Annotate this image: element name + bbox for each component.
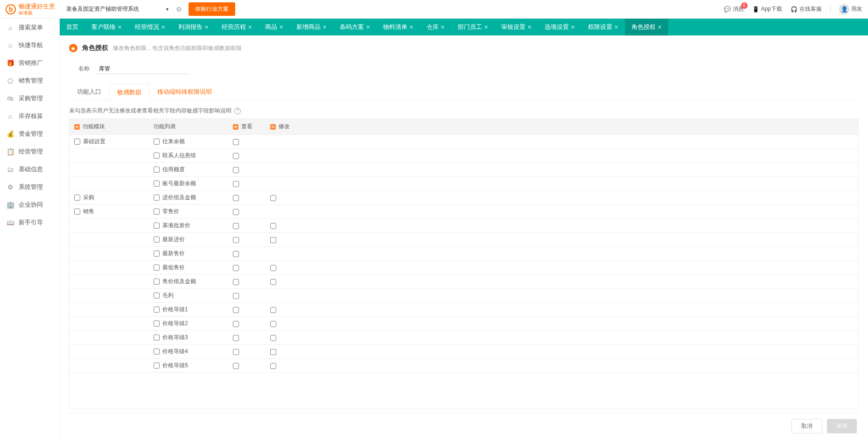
func-checkbox[interactable] [154,223,160,229]
indeterminate-icon[interactable] [74,124,80,130]
func-checkbox[interactable] [154,321,160,327]
view-checkbox[interactable] [233,321,239,327]
indeterminate-icon[interactable] [233,124,238,130]
tab-条码方案[interactable]: 条码方案✕ [333,19,377,35]
tab-审核设置[interactable]: 审核设置✕ [495,19,538,35]
tab-角色授权[interactable]: 角色授权✕ [625,19,668,35]
view-checkbox[interactable] [233,307,239,313]
help-icon[interactable]: ? [234,108,241,114]
tab-经营情况[interactable]: 经营情况✕ [128,19,172,35]
edit-checkbox[interactable] [270,195,276,201]
module-checkbox[interactable] [74,195,80,201]
edit-checkbox[interactable] [270,265,276,271]
func-checkbox[interactable] [154,195,160,201]
close-icon[interactable]: ✕ [409,24,413,30]
edit-checkbox[interactable] [270,237,276,243]
sidebar-item-search-menu[interactable]: ⌕搜索菜单 [0,19,59,36]
close-icon[interactable]: ✕ [366,24,370,30]
name-input[interactable] [96,63,189,74]
tab-利润报告[interactable]: 利润报告✕ [172,19,215,35]
gear-icon[interactable]: ⚙ [176,6,182,13]
trial-button[interactable]: 体验行业方案 [189,2,235,16]
close-icon[interactable]: ✕ [527,24,532,30]
sidebar-item-system-mgmt[interactable]: ⚙系统管理 [0,178,59,196]
func-checkbox[interactable] [154,251,160,257]
func-checkbox[interactable] [154,209,160,215]
func-checkbox[interactable] [154,307,160,313]
user-menu[interactable]: 👤 用友 [839,4,862,14]
tab-新增商品[interactable]: 新增商品✕ [290,19,333,35]
view-checkbox[interactable] [233,349,239,355]
save-button[interactable]: 保存 [827,419,857,433]
close-icon[interactable]: ✕ [322,24,327,30]
tab-首页[interactable]: 首页 [60,19,85,35]
sidebar-item-enterprise[interactable]: 🏢企业协同 [0,196,59,214]
close-icon[interactable]: ✕ [614,24,618,30]
app-download-button[interactable]: 📱 App下载 [752,5,782,13]
subtab-entry[interactable]: 功能入口 [69,84,109,100]
cancel-button[interactable]: 取消 [791,419,822,433]
tab-经营历程[interactable]: 经营历程✕ [215,19,259,35]
view-checkbox[interactable] [233,335,239,341]
sidebar-item-funds-mgmt[interactable]: 💰资金管理 [0,125,59,143]
view-checkbox[interactable] [233,181,239,187]
subtab-mobile[interactable]: 移动端特殊权限说明 [149,84,220,100]
view-checkbox[interactable] [233,363,239,369]
view-checkbox[interactable] [233,167,239,173]
func-checkbox[interactable] [154,362,160,369]
tab-物料清单[interactable]: 物料清单✕ [377,19,420,35]
tab-部门员工[interactable]: 部门员工✕ [451,19,495,35]
indeterminate-icon[interactable] [270,124,276,130]
close-icon[interactable]: ✕ [571,24,575,30]
view-checkbox[interactable] [233,195,239,201]
close-icon[interactable]: ✕ [161,24,165,30]
tab-权限设置[interactable]: 权限设置✕ [581,19,625,35]
module-checkbox[interactable] [74,209,80,215]
close-icon[interactable]: ✕ [441,24,445,30]
tab-客户联络[interactable]: 客户联络✕ [85,19,128,35]
edit-checkbox[interactable] [270,335,276,341]
sidebar-item-inventory[interactable]: ⌂库存核算 [0,107,59,125]
online-service-button[interactable]: 🎧 在线客服 [791,5,822,13]
view-checkbox[interactable] [233,153,239,159]
edit-checkbox[interactable] [270,363,276,369]
module-checkbox[interactable] [74,139,80,145]
view-checkbox[interactable] [233,293,239,299]
edit-checkbox[interactable] [270,223,276,229]
func-checkbox[interactable] [154,293,160,299]
func-checkbox[interactable] [154,139,160,145]
system-selector[interactable]: 装备及固定资产辅助管理系统 ▾ [62,3,173,15]
func-checkbox[interactable] [154,334,160,341]
sidebar-item-newbie-guide[interactable]: 📖新手引导 [0,214,59,231]
view-checkbox[interactable] [233,265,239,271]
close-icon[interactable]: ✕ [248,24,252,30]
close-icon[interactable]: ✕ [279,24,283,30]
sidebar-item-business-mgmt[interactable]: 📋经营管理 [0,143,59,160]
tab-仓库[interactable]: 仓库✕ [420,19,451,35]
close-icon[interactable]: ✕ [118,24,122,30]
func-checkbox[interactable] [154,181,160,187]
edit-checkbox[interactable] [270,279,276,285]
sidebar-item-sales-mgmt[interactable]: ⬠销售管理 [0,72,59,90]
tab-商品[interactable]: 商品✕ [259,19,290,35]
close-icon[interactable]: ✕ [204,24,209,30]
message-button[interactable]: 💬 消息 6 [724,5,744,13]
sidebar-item-marketing[interactable]: 🎁营销推广 [0,54,59,72]
view-checkbox[interactable] [233,251,239,257]
view-checkbox[interactable] [233,279,239,285]
func-checkbox[interactable] [154,237,160,243]
func-checkbox[interactable] [154,153,160,159]
sidebar-item-purchase-mgmt[interactable]: 🛍采购管理 [0,90,59,107]
view-checkbox[interactable] [233,223,239,229]
func-checkbox[interactable] [154,279,160,285]
view-checkbox[interactable] [233,209,239,215]
edit-checkbox[interactable] [270,307,276,313]
close-icon[interactable]: ✕ [658,24,662,30]
view-checkbox[interactable] [233,237,239,243]
view-checkbox[interactable] [233,139,239,145]
close-icon[interactable]: ✕ [484,24,488,30]
edit-checkbox[interactable] [270,349,276,355]
tab-选项设置[interactable]: 选项设置✕ [538,19,581,35]
subtab-sensitive[interactable]: 敏感数据 [109,84,149,100]
sidebar-item-quick-nav[interactable]: ⌂快捷导航 [0,36,59,54]
